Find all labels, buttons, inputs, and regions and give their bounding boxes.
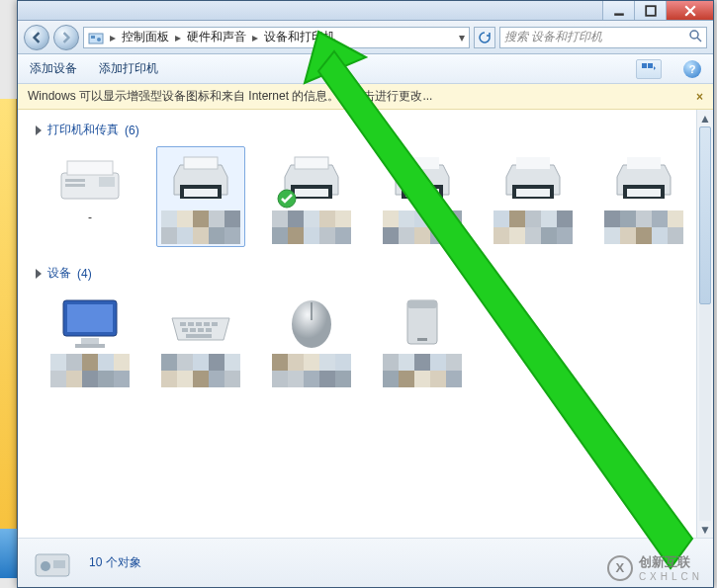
svg-rect-5 [91, 36, 95, 39]
scroll-down-icon[interactable]: ▼ [697, 521, 713, 538]
devices-folder-icon [88, 31, 104, 44]
pixelated-label [272, 210, 351, 244]
status-thumbnail-icon [32, 545, 73, 582]
group-title-printers: 打印机和传真 [47, 122, 119, 138]
scroll-thumb[interactable] [699, 126, 711, 304]
breadcrumb-sep: ▸ [108, 31, 118, 44]
printer-icon [386, 149, 459, 209]
printer-icon [164, 149, 237, 209]
info-bar[interactable]: Windows 可以显示增强型设备图标和来自 Internet 的信息。请单击进… [18, 84, 713, 110]
maximize-button[interactable] [634, 1, 666, 20]
svg-rect-28 [516, 189, 550, 197]
svg-rect-1 [646, 6, 656, 16]
pixelated-label [161, 354, 240, 387]
device-item-printer-1[interactable] [156, 146, 245, 247]
device-item-printer-5[interactable] [599, 146, 688, 247]
svg-point-7 [690, 31, 698, 39]
svg-rect-10 [648, 63, 653, 68]
back-button[interactable] [24, 25, 49, 50]
command-bar: 添加设备 添加打印机 ? [18, 54, 713, 84]
svg-rect-45 [186, 334, 212, 338]
svg-rect-19 [295, 157, 328, 169]
mouse-icon [275, 293, 348, 352]
svg-rect-13 [99, 177, 115, 187]
svg-rect-14 [65, 179, 85, 182]
search-placeholder: 搜索 设备和打印机 [504, 29, 602, 45]
collapse-icon [36, 126, 42, 135]
svg-rect-33 [67, 304, 113, 332]
pixelated-label [604, 210, 683, 244]
svg-rect-53 [53, 560, 65, 568]
group-header-printers[interactable]: 打印机和传真 (6) [36, 122, 695, 138]
svg-rect-38 [196, 322, 202, 326]
printer-icon [607, 149, 680, 209]
add-device-button[interactable]: 添加设备 [30, 60, 77, 77]
keyboard-icon [164, 293, 237, 352]
device-item-fax[interactable]: - [45, 146, 134, 247]
svg-rect-25 [405, 189, 439, 197]
device-item-monitor[interactable] [45, 290, 134, 390]
svg-rect-34 [81, 338, 99, 344]
search-input[interactable]: 搜索 设备和打印机 [499, 27, 707, 48]
svg-rect-49 [407, 300, 437, 308]
device-item-printer-3[interactable] [378, 146, 467, 247]
svg-rect-41 [182, 328, 188, 332]
vertical-scrollbar[interactable]: ▲ ▼ [696, 110, 713, 538]
svg-rect-9 [642, 63, 647, 68]
info-bar-close-icon[interactable]: × [696, 90, 703, 104]
printer-icon [496, 149, 570, 209]
device-item-printer-4[interactable] [489, 146, 578, 247]
svg-line-8 [697, 38, 701, 42]
content-pane: 打印机和传真 (6) - [18, 110, 713, 538]
add-printer-button[interactable]: 添加打印机 [99, 60, 158, 77]
device-item-drive[interactable] [378, 290, 467, 390]
svg-rect-31 [627, 189, 661, 197]
svg-rect-43 [198, 328, 204, 332]
default-check-icon [277, 189, 297, 209]
titlebar [18, 1, 713, 21]
svg-rect-18 [184, 189, 218, 197]
printer-default-icon [275, 149, 348, 209]
svg-rect-15 [65, 184, 85, 187]
address-dropdown-icon[interactable]: ▾ [459, 31, 465, 44]
device-item-keyboard[interactable] [156, 290, 245, 390]
group-count-printers: (6) [125, 124, 139, 137]
svg-point-6 [97, 38, 101, 42]
device-label: - [88, 210, 92, 224]
view-options-button[interactable] [636, 59, 662, 79]
svg-rect-37 [188, 322, 194, 326]
breadcrumb-seg-0[interactable]: 控制面板 [122, 29, 169, 45]
svg-rect-50 [417, 338, 427, 341]
explorer-window: ▸ 控制面板 ▸ 硬件和声音 ▸ 设备和打印机 ▾ 搜索 设备和打印机 添加设备… [17, 0, 714, 588]
svg-rect-42 [190, 328, 196, 332]
watermark: X 创新互联 CXHLCN [607, 553, 703, 582]
collapse-icon [36, 269, 42, 279]
device-item-mouse[interactable] [267, 290, 356, 390]
svg-rect-35 [75, 344, 105, 348]
printers-grid: - [36, 142, 695, 259]
watermark-logo-icon: X [607, 555, 633, 581]
nav-row: ▸ 控制面板 ▸ 硬件和声音 ▸ 设备和打印机 ▾ 搜索 设备和打印机 [18, 21, 713, 54]
search-icon [689, 30, 702, 45]
address-bar[interactable]: ▸ 控制面板 ▸ 硬件和声音 ▸ 设备和打印机 ▾ [83, 27, 470, 48]
group-header-devices[interactable]: 设备 (4) [36, 265, 695, 282]
watermark-brand: 创新互联 [639, 553, 703, 571]
watermark-en: CXHLCN [639, 571, 703, 582]
help-button[interactable]: ? [683, 60, 701, 78]
svg-rect-40 [212, 322, 218, 326]
close-button[interactable] [666, 1, 713, 20]
group-title-devices: 设备 [47, 265, 71, 282]
device-item-printer-default[interactable] [267, 146, 356, 247]
breadcrumb-seg-1[interactable]: 硬件和声音 [187, 29, 246, 45]
forward-button[interactable] [53, 25, 79, 50]
breadcrumb-seg-2[interactable]: 设备和打印机 [264, 29, 335, 45]
fax-icon [53, 149, 127, 209]
minimize-button[interactable] [602, 1, 634, 20]
pixelated-label [161, 210, 240, 244]
pixelated-label [383, 354, 462, 387]
scroll-up-icon[interactable]: ▲ [697, 110, 713, 126]
svg-point-52 [41, 561, 50, 571]
svg-rect-23 [405, 157, 439, 169]
refresh-button[interactable] [474, 27, 495, 48]
info-bar-text: Windows 可以显示增强型设备图标和来自 Internet 的信息。请单击进… [28, 88, 432, 105]
